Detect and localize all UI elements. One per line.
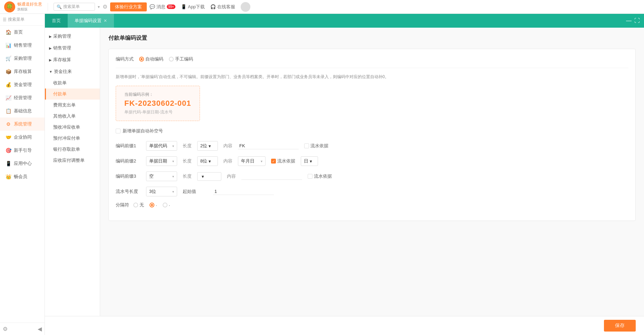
serial-length-select[interactable]: 3位 ▾	[146, 187, 177, 196]
sidebar-item-finance[interactable]: 💰 资金管理	[0, 78, 45, 91]
day-value: 日	[304, 158, 308, 164]
app-icon: 📱	[181, 4, 186, 9]
main-content: 付款单编码设置 编码方式 自动编码 手工编码	[100, 28, 644, 316]
logo-text-group: 畅通道好生意 旗舰版	[17, 2, 42, 11]
caret-icon: ▾	[209, 159, 211, 164]
collapse-icon[interactable]: ◀	[38, 326, 42, 332]
prefix-row-1: 编码前缀1 单据代码 ▾ 长度 2位 ▾ 内容	[116, 141, 628, 151]
prefix-1-select[interactable]: 单据代码 ▾	[146, 141, 177, 151]
service-icon: 🎧	[210, 4, 216, 9]
sales-icon: 📊	[6, 43, 11, 48]
prefix-3-select[interactable]: 空 ▾	[146, 171, 177, 181]
sep-dash[interactable]: ·	[163, 203, 170, 208]
content-2-select[interactable]: 年月日 ▾	[238, 156, 266, 166]
content-1-label: 内容	[223, 143, 232, 149]
day-select[interactable]: 日 ▾	[301, 156, 318, 166]
settings-bottom-icon[interactable]: ⚙	[3, 326, 8, 332]
flow-1-check[interactable]: 流水依据	[304, 143, 328, 149]
radio-manual-code[interactable]: 手工编码	[169, 56, 193, 62]
flow-3-check[interactable]: 流水依据	[308, 173, 332, 179]
app-download-btn[interactable]: 📱 App下载	[181, 4, 205, 10]
separator-row: 分隔符 无 · ·	[116, 202, 628, 208]
online-service-label: 在线客服	[217, 4, 235, 10]
logo: 🍀 畅通道好生意 旗舰版	[4, 1, 42, 12]
online-service-btn[interactable]: 🎧 在线客服	[210, 4, 235, 10]
content-2-value: 年月日	[241, 158, 254, 164]
sidebar-item-inventory[interactable]: 📦 库存核算	[0, 65, 45, 78]
sidebar-item-member[interactable]: 👑 畅会员	[0, 170, 45, 183]
finance-icon: 💰	[6, 82, 11, 87]
sidebar-item-home[interactable]: 🏠 首页	[0, 26, 45, 39]
prefix-3-value: 空	[149, 173, 154, 179]
tab-home-label: 首页	[52, 18, 61, 24]
sidebar-item-enterprise[interactable]: 🤝 企业协同	[0, 131, 45, 144]
save-button[interactable]: 保存	[604, 320, 636, 332]
sidebar-item-purchase[interactable]: 🛒 采购管理	[0, 52, 45, 65]
auto-fill-checkbox[interactable]	[116, 129, 121, 133]
sub-nav-adjustment[interactable]: 应收应付调整单	[45, 155, 100, 166]
len-3-select[interactable]: ▾	[197, 172, 221, 181]
sub-nav-parent-sales[interactable]: ▶ 销售管理	[45, 42, 100, 54]
sidebar-item-sales[interactable]: 📊 销售管理	[0, 39, 45, 52]
tab-serial-label: 单据编码设置	[75, 18, 102, 24]
search-icon: 🔍	[57, 4, 62, 9]
caret-icon: ▾	[310, 159, 312, 164]
sub-nav-advance-receipt[interactable]: 预收冲应收单	[45, 122, 100, 133]
bottom-bar: 保存	[45, 316, 644, 335]
auto-fill-label: 新增单据自动补空号	[123, 128, 163, 134]
search-label: 搜索菜单	[63, 4, 80, 10]
sub-nav-parent-finance[interactable]: ▼ 资金往来	[45, 66, 100, 77]
sidebar-item-apps[interactable]: 📱 应用中心	[0, 157, 45, 170]
content-3-input[interactable]	[241, 173, 302, 180]
len-1-select[interactable]: 2位 ▾	[197, 141, 218, 151]
sidebar-item-system[interactable]: ⚙ 系统管理	[0, 118, 45, 131]
search-area[interactable]: 🔍 搜索菜单	[54, 3, 95, 11]
sidebar-item-newguide[interactable]: 🎯 新手引导	[0, 144, 45, 157]
app-download-label: App下载	[188, 4, 205, 10]
flow-2-check[interactable]: ✓ 流水依据	[271, 158, 295, 164]
tab-serial-setting[interactable]: 单据编码设置 ✕	[68, 14, 114, 28]
sub-nav-bank-deposit[interactable]: 银行存取款单	[45, 144, 100, 155]
sidebar-search[interactable]: ☰ 搜索菜单	[0, 14, 45, 26]
sub-nav-parent-purchase[interactable]: ▶ 采购管理	[45, 30, 100, 42]
trial-button[interactable]: 体验行业方案	[110, 2, 147, 11]
sep-none[interactable]: 无	[133, 202, 144, 208]
tab-home[interactable]: 首页	[45, 14, 68, 28]
tab-close-icon[interactable]: ✕	[104, 18, 107, 23]
radio-auto-code[interactable]: 自动编码	[139, 56, 163, 62]
message-label: 消息	[156, 4, 165, 10]
sub-nav-advance-payment[interactable]: 预付冲应付单	[45, 133, 100, 144]
sidebar-search-label: 搜索菜单	[8, 17, 25, 22]
system-icon: ⚙	[6, 121, 11, 127]
prefix-2-value: 单据日期	[149, 158, 167, 164]
content-1-input[interactable]	[238, 142, 299, 149]
sub-nav-income[interactable]: 其他收入单	[45, 111, 100, 122]
sub-nav-expense[interactable]: 费用支出单	[45, 100, 100, 111]
tab-expand-icon[interactable]: ⛶	[634, 18, 640, 24]
sidebar-item-label: 首页	[14, 29, 23, 35]
len-3-label: 长度	[183, 173, 192, 179]
code-preview-value: FK-20230602-001	[124, 99, 191, 108]
sep-dot[interactable]: ·	[150, 203, 157, 208]
settings-icon[interactable]: ⚙	[103, 3, 107, 10]
sub-nav-parent-inventory[interactable]: ▶ 库存核算	[45, 54, 100, 66]
caret-icon: ▾	[202, 174, 204, 179]
home-icon: 🏠	[6, 29, 11, 35]
sidebar-item-basic[interactable]: 📋 基础信息	[0, 104, 45, 118]
sidebar-item-operation[interactable]: 📈 经营管理	[0, 91, 45, 104]
prefix-2-select[interactable]: 单据日期 ▾	[146, 156, 177, 166]
len-2-select[interactable]: 8位 ▾	[197, 156, 218, 166]
sidebar-item-label: 企业协同	[14, 134, 32, 140]
auto-fill-row: 新增单据自动补空号	[116, 128, 628, 134]
logo-name: 畅通道好生意	[17, 2, 42, 7]
start-value-input[interactable]	[213, 188, 274, 195]
sub-nav-label: 采购管理	[53, 33, 71, 39]
sub-nav-payment[interactable]: 付款单	[45, 89, 100, 100]
code-preview-label: 当前编码示例：	[124, 92, 191, 97]
tab-minimize-icon[interactable]: —	[626, 18, 632, 24]
sub-nav-receipt[interactable]: 收款单	[45, 77, 100, 89]
sub-sidebar: ▶ 采购管理 ▶ 销售管理 ▶ 库存核算	[45, 28, 100, 316]
avatar[interactable]	[241, 2, 250, 12]
radio-manual-dot	[169, 57, 174, 62]
message-btn[interactable]: 💬 消息 99+	[150, 4, 175, 10]
